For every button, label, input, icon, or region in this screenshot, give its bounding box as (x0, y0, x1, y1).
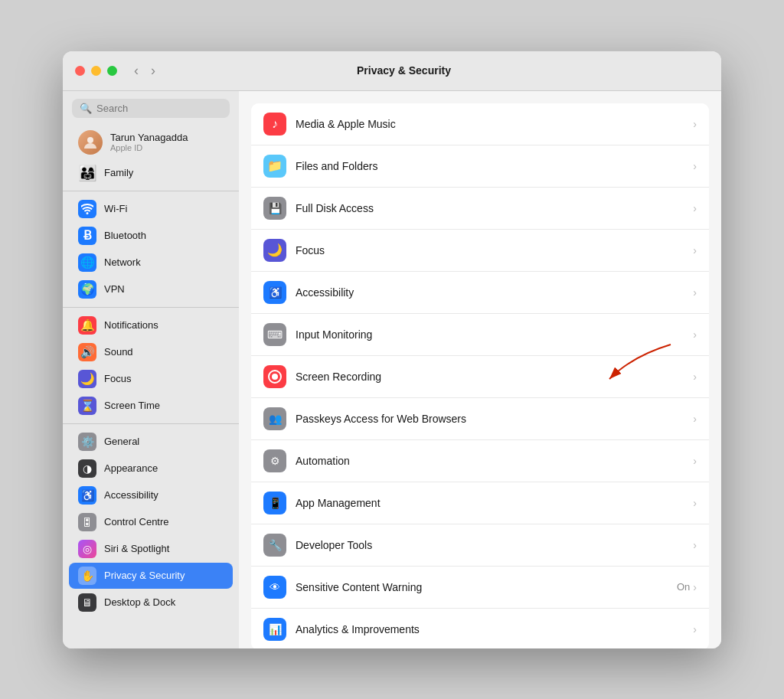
chevron-right-icon: › (693, 160, 697, 172)
divider (63, 307, 239, 308)
settings-row-analytics[interactable]: 📊 Analytics & Improvements › (251, 609, 709, 648)
settings-row-developer[interactable]: 🔧 Developer Tools › (251, 524, 709, 567)
focus-icon: 🌙 (78, 370, 96, 388)
chevron-right-icon: › (693, 455, 697, 467)
wifi-icon (78, 200, 96, 218)
settings-label: Media & Apple Music (296, 118, 693, 130)
sidebar-item-label: Network (104, 256, 141, 268)
sidebar-item-wifi[interactable]: Wi-Fi (69, 196, 233, 222)
app-management-icon: 📱 (263, 492, 286, 514)
settings-row-focus[interactable]: 🌙 Focus › (251, 230, 709, 272)
settings-row-files[interactable]: 📁 Files and Folders › (251, 145, 709, 188)
settings-list: ♪ Media & Apple Music › 📁 Files and Fold… (251, 103, 709, 648)
settings-row-accessibility[interactable]: ♿ Accessibility › (251, 272, 709, 314)
sidebar-item-label: Siri & Spotlight (104, 543, 169, 554)
privacy-icon: ✋ (78, 567, 96, 585)
control-centre-icon: 🎛 (78, 513, 96, 531)
settings-row-app-management[interactable]: 📱 App Management › (251, 482, 709, 524)
search-bar[interactable]: 🔍 (72, 99, 230, 118)
divider (63, 191, 239, 191)
window-title: Privacy & Security (99, 64, 709, 77)
divider (63, 423, 239, 424)
sidebar-item-label: Accessibility (104, 489, 158, 501)
family-icon: 👨‍👩‍👧 (78, 164, 96, 182)
bluetooth-icon: Ƀ (78, 227, 96, 245)
sidebar-item-label: Control Centre (104, 516, 169, 528)
chevron-right-icon: › (693, 328, 697, 341)
sidebar-item-label: General (104, 436, 139, 447)
user-profile-item[interactable]: Tarun Yanagadda Apple ID (69, 126, 233, 159)
sidebar-item-sound[interactable]: 🔊 Sound (69, 339, 233, 365)
settings-row-media[interactable]: ♪ Media & Apple Music › (251, 103, 709, 145)
chevron-right-icon: › (693, 202, 697, 214)
input-icon: ⌨ (263, 323, 286, 346)
settings-label: Input Monitoring (296, 328, 693, 341)
svg-point-2 (272, 374, 278, 380)
settings-row-input[interactable]: ⌨ Input Monitoring › (251, 314, 709, 356)
close-button[interactable] (75, 66, 85, 76)
sidebar-item-accessibility[interactable]: ♿ Accessibility (69, 482, 233, 508)
sidebar-item-focus[interactable]: 🌙 Focus (69, 366, 233, 392)
chevron-right-icon: › (693, 623, 697, 635)
user-info: Tarun Yanagadda Apple ID (110, 132, 188, 152)
settings-row-automation[interactable]: ⚙ Automation › (251, 440, 709, 482)
settings-row-sensitive[interactable]: 👁 Sensitive Content Warning On › (251, 567, 709, 609)
sidebar-item-screen-time[interactable]: ⌛ Screen Time (69, 393, 233, 419)
settings-label: Focus (296, 244, 693, 256)
sidebar-item-label: Family (104, 167, 133, 178)
sidebar-item-label: Desktop & Dock (104, 596, 175, 608)
sidebar-item-family[interactable]: 👨‍👩‍👧 Family (69, 160, 233, 186)
search-input[interactable] (96, 103, 222, 114)
sidebar-item-label: Bluetooth (104, 230, 146, 241)
sidebar-item-general[interactable]: ⚙️ General (69, 429, 233, 455)
chevron-right-icon: › (693, 244, 697, 256)
sidebar-item-network[interactable]: 🌐 Network (69, 250, 233, 276)
system-preferences-window: ‹ › Privacy & Security 🔍 T (63, 51, 721, 648)
sidebar-item-label: Focus (104, 373, 131, 384)
sidebar-item-siri[interactable]: ◎ Siri & Spotlight (69, 536, 233, 562)
avatar (78, 130, 103, 155)
search-icon: 🔍 (80, 103, 92, 114)
sidebar-item-label: Notifications (104, 319, 158, 331)
chevron-right-icon: › (693, 286, 697, 299)
sidebar-item-notifications[interactable]: 🔔 Notifications (69, 312, 233, 338)
screen-recording-icon (263, 365, 286, 388)
appearance-icon: ◑ (78, 459, 96, 478)
siri-icon: ◎ (78, 540, 96, 558)
title-bar: ‹ › Privacy & Security (63, 51, 721, 91)
sidebar-item-desktop-dock[interactable]: 🖥 Desktop & Dock (69, 590, 233, 616)
sidebar-item-appearance[interactable]: ◑ Appearance (69, 456, 233, 482)
settings-label: Files and Folders (296, 160, 693, 172)
developer-icon: 🔧 (263, 534, 286, 557)
settings-row-disk[interactable]: 💾 Full Disk Access › (251, 188, 709, 230)
network-icon: 🌐 (78, 253, 96, 272)
screen-time-icon: ⌛ (78, 397, 96, 415)
settings-label: Developer Tools (296, 539, 693, 551)
settings-label: App Management (296, 497, 693, 509)
main-content: 🔍 Tarun Yanagadda Apple ID 👨‍👩‍� (63, 91, 721, 648)
files-icon: 📁 (263, 155, 286, 178)
sidebar-item-privacy[interactable]: ✋ Privacy & Security (69, 563, 233, 589)
sidebar-item-control-centre[interactable]: 🎛 Control Centre (69, 509, 233, 535)
sensitive-icon: 👁 (263, 576, 286, 599)
settings-row-screen-recording[interactable]: Screen Recording › (251, 356, 709, 398)
analytics-icon: 📊 (263, 618, 286, 641)
chevron-right-icon: › (693, 118, 697, 130)
chevron-right-icon: › (693, 413, 697, 425)
settings-label: Passkeys Access for Web Browsers (296, 413, 693, 425)
sidebar-item-label: Screen Time (104, 400, 160, 411)
sidebar-item-vpn[interactable]: 🌍 VPN (69, 276, 233, 302)
settings-row-passkeys[interactable]: 👥 Passkeys Access for Web Browsers › (251, 398, 709, 440)
user-subtitle: Apple ID (110, 143, 188, 152)
svg-point-0 (87, 137, 93, 143)
desktop-dock-icon: 🖥 (78, 593, 96, 612)
sidebar: 🔍 Tarun Yanagadda Apple ID 👨‍👩‍� (63, 91, 239, 648)
sound-icon: 🔊 (78, 343, 96, 361)
passkeys-icon: 👥 (263, 407, 286, 430)
sidebar-item-label: Wi-Fi (104, 203, 127, 214)
sidebar-item-label: Sound (104, 346, 133, 358)
chevron-right-icon: › (693, 581, 697, 593)
general-icon: ⚙️ (78, 433, 96, 451)
sidebar-item-bluetooth[interactable]: Ƀ Bluetooth (69, 223, 233, 249)
settings-label: Analytics & Improvements (296, 623, 693, 635)
